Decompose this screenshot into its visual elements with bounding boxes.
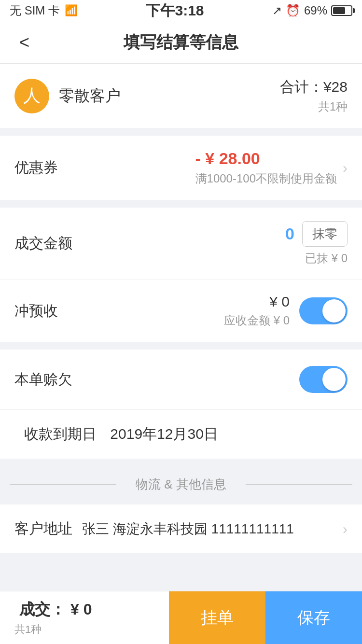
bottom-deal-value: ¥ 0 — [70, 601, 92, 618]
bottom-count: 共1种 — [14, 622, 154, 637]
count-label: 共1种 — [280, 99, 348, 114]
status-time: 下午3:18 — [146, 1, 204, 21]
address-label: 客户地址 — [14, 519, 72, 539]
customer-name: 零散客户 — [59, 85, 121, 107]
address-row[interactable]: 客户地址 张三 海淀永丰科技园 11111111111 › — [0, 504, 362, 553]
battery-fill — [333, 7, 345, 14]
debt-section: 本单赊欠 收款到期日 2019年12月30日 — [0, 350, 362, 459]
total-label: 合计：¥28 — [280, 77, 348, 97]
toggle-knob — [322, 299, 346, 322]
coupon-sub: 满1000-100不限制使用金额 — [195, 171, 337, 186]
prepaid-sub: 应收金额 ¥ 0 — [224, 313, 290, 328]
debt-label: 本单赊欠 — [14, 370, 72, 390]
coupon-value: - ¥ 28.00 — [195, 149, 337, 168]
customer-right: 合计：¥28 共1种 — [280, 77, 348, 114]
battery-icon — [331, 5, 352, 16]
due-date-row: 收款到期日 2019年12月30日 — [0, 409, 362, 459]
address-section: 客户地址 张三 海淀永丰科技园 11111111111 › — [0, 504, 362, 553]
coupon-chevron: › — [343, 160, 348, 176]
debt-toggle[interactable] — [299, 366, 348, 393]
prepaid-left: 冲预收 — [14, 301, 58, 321]
deal-amount-row: 成交金额 0 抹零 已抹 ¥ 0 — [0, 208, 362, 280]
battery-percent: 69% — [304, 4, 327, 17]
save-button[interactable]: 保存 — [265, 591, 362, 644]
address-value: 张三 海淀永丰科技园 11111111111 — [82, 520, 343, 538]
status-bar: 无 SIM 卡 📶 下午3:18 ↗ ⏰ 69% — [0, 0, 362, 21]
divider-line-right — [246, 484, 352, 485]
due-date-value: 2019年12月30日 — [110, 426, 218, 442]
customer-avatar: 人 — [14, 79, 49, 113]
logistics-divider: 物流 & 其他信息 — [0, 466, 362, 503]
round-button[interactable]: 抹零 — [302, 221, 348, 247]
customer-section: 人 零散客户 合计：¥28 共1种 — [0, 64, 362, 128]
address-chevron: › — [343, 521, 348, 537]
wifi-icon: 📶 — [65, 4, 78, 17]
prepaid-toggle[interactable] — [299, 297, 348, 324]
location-icon: ↗ — [272, 4, 282, 17]
back-button[interactable]: < — [14, 28, 34, 57]
coupon-section: 优惠券 - ¥ 28.00 满1000-100不限制使用金额 › — [0, 136, 362, 200]
due-date-label: 收款到期日 2019年12月30日 — [14, 426, 218, 442]
bottom-bar: 成交：¥ 0 共1种 挂单 保存 — [0, 591, 362, 644]
prepaid-row: 冲预收 ¥ 0 应收金额 ¥ 0 — [0, 280, 362, 342]
bottom-info: 成交：¥ 0 共1种 — [0, 591, 169, 644]
alarm-icon: ⏰ — [286, 4, 300, 17]
deal-sub: 已抹 ¥ 0 — [305, 251, 348, 266]
debt-toggle-knob — [322, 368, 346, 391]
page-title: 填写结算等信息 — [124, 31, 238, 54]
main-content: 人 零散客户 合计：¥28 共1种 优惠券 - ¥ 28.00 满1000-10… — [0, 64, 362, 619]
avatar-icon: 人 — [23, 84, 41, 108]
logistics-label: 物流 & 其他信息 — [136, 476, 226, 493]
sim-label: 无 SIM 卡 — [10, 3, 60, 18]
bottom-deal-label: 成交：¥ 0 — [14, 599, 154, 620]
pend-button[interactable]: 挂单 — [169, 591, 265, 644]
status-right: ↗ ⏰ 69% — [272, 4, 352, 17]
divider-line-left — [10, 484, 116, 485]
status-left: 无 SIM 卡 📶 — [10, 3, 78, 18]
debt-row: 本单赊欠 — [0, 350, 362, 409]
nav-bar: < 填写结算等信息 — [0, 21, 362, 64]
deal-section: 成交金额 0 抹零 已抹 ¥ 0 冲预收 ¥ 0 应收金额 ¥ 0 — [0, 208, 362, 342]
deal-value: 0 — [285, 224, 294, 243]
prepaid-label: 冲预收 — [14, 301, 58, 321]
coupon-right: - ¥ 28.00 满1000-100不限制使用金额 › — [195, 149, 348, 186]
coupon-row[interactable]: 优惠券 - ¥ 28.00 满1000-100不限制使用金额 › — [0, 136, 362, 200]
customer-row: 人 零散客户 合计：¥28 共1种 — [0, 64, 362, 128]
customer-left: 人 零散客户 — [14, 79, 121, 113]
deal-label: 成交金额 — [14, 234, 72, 253]
prepaid-value: ¥ 0 — [224, 294, 290, 310]
coupon-label: 优惠券 — [14, 158, 58, 178]
